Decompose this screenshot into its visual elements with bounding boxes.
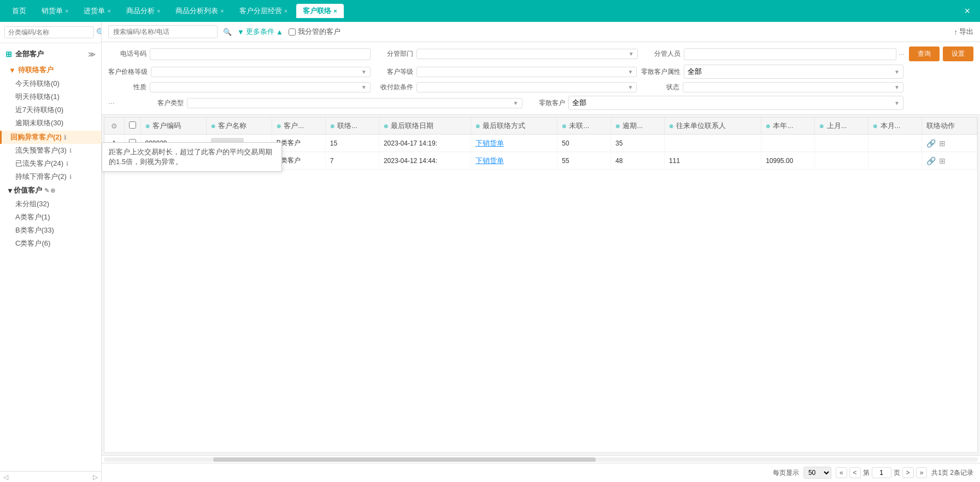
nav-tab-product-analysis[interactable]: 商品分析 × xyxy=(120,4,167,18)
export-button[interactable]: ↑ 导出 xyxy=(954,27,974,37)
add-icon[interactable]: ⊕ xyxy=(50,187,55,194)
retail-attr-select[interactable]: 全部 ▼ xyxy=(684,65,903,79)
row1-this-year xyxy=(761,135,815,152)
th-overdue[interactable]: ⊕ 逾期... xyxy=(611,118,665,135)
nature-select[interactable]: ▼ xyxy=(150,82,371,92)
payment-terms-select[interactable]: ▼ xyxy=(416,82,637,92)
th-last-contact-date[interactable]: ⊕ 最后联络日期 xyxy=(379,118,471,135)
th-customer-name[interactable]: ⊕ 客户名称 xyxy=(206,118,272,135)
my-customers-checkbox-label[interactable]: 我分管的客户 xyxy=(289,27,341,37)
nav-tab-customer-contact[interactable]: 客户联络 × xyxy=(296,4,343,18)
filter-row-3: 性质 ▼ 收付款条件 ▼ 状态 xyxy=(108,82,973,92)
nav-tab-purchase[interactable]: 进货单 × xyxy=(77,4,117,18)
all-customers-title[interactable]: ⊞ 全部客户 ≫ xyxy=(0,47,101,62)
pagination-prev-btn[interactable]: < xyxy=(849,467,861,478)
sidebar-item-overdue[interactable]: 逾期未联络(30) xyxy=(0,117,101,130)
customer-level-select[interactable]: ▼ xyxy=(416,67,637,77)
pagination-first-btn[interactable]: « xyxy=(836,467,847,478)
manager-dots-icon[interactable]: ··· xyxy=(899,50,905,58)
horizontal-scrollbar[interactable] xyxy=(102,455,980,463)
th-checkbox[interactable] xyxy=(124,118,140,135)
filter-search-button[interactable]: 🔍 xyxy=(223,28,232,36)
chevron-up-icon: ▲ xyxy=(276,28,283,36)
sidebar-item-7days[interactable]: 近7天待联络(0) xyxy=(0,103,101,117)
query-button[interactable]: 查询 xyxy=(909,47,940,61)
filter-field-nature: 性质 ▼ xyxy=(108,82,371,92)
sidebar-item-today[interactable]: 今天待联络(0) xyxy=(0,77,101,90)
sidebar-item-a-class[interactable]: A类客户(1) xyxy=(0,211,101,224)
settings-button[interactable]: 设置 xyxy=(943,47,973,61)
status-select[interactable]: ▼ xyxy=(683,82,903,92)
row2-link-icon[interactable]: 🔗 xyxy=(926,156,936,165)
nav-tab-sales[interactable]: 销货单 × xyxy=(35,4,75,18)
th-last-month[interactable]: ⊕ 上月... xyxy=(815,118,868,135)
sidebar-search-icon[interactable]: 🔍 xyxy=(96,28,102,37)
filter-field-retail-customer: 零散客户 全部 ▼ xyxy=(527,96,904,110)
sidebar-scroll-left[interactable]: ◁ xyxy=(3,473,8,481)
sidebar-scroll-right[interactable]: ▷ xyxy=(93,473,98,481)
phone-input[interactable] xyxy=(150,48,371,60)
close-customer-contact-tab[interactable]: × xyxy=(333,8,337,14)
edit-icon[interactable]: ✎ xyxy=(44,187,49,194)
row2-grid-icon[interactable]: ⊞ xyxy=(939,156,946,165)
th-contact-count[interactable]: ⊕ 联络... xyxy=(325,118,379,135)
per-page-select[interactable]: 50 100 200 xyxy=(803,467,831,479)
more-dots-button[interactable]: ··· xyxy=(108,98,115,107)
customer-type-select[interactable]: ▼ xyxy=(187,98,523,108)
row1-contact-method-link[interactable]: 下销货单 xyxy=(476,139,504,147)
sidebar-item-repurchase-abnormal[interactable]: 回购异常客户(2) ℹ xyxy=(0,131,101,144)
page-number-input[interactable] xyxy=(872,467,891,478)
select-all-checkbox[interactable] xyxy=(129,121,136,129)
pagination-last-btn[interactable]: » xyxy=(916,467,928,478)
sidebar-item-already-lost[interactable]: 已流失客户(24) ℹ xyxy=(0,157,101,170)
nav-tab-customer-segmentation[interactable]: 客户分层经营 × xyxy=(233,4,294,18)
row1-last-contact-method[interactable]: 下销货单 xyxy=(471,135,557,152)
th-contacts[interactable]: ⊕ 往来单位联系人 xyxy=(665,118,761,135)
sidebar-item-c-class[interactable]: C类客户(6) xyxy=(0,237,101,250)
row2-contact-method-link[interactable]: 下销货单 xyxy=(476,156,504,165)
row1-link-icon[interactable]: 🔗 xyxy=(926,139,936,148)
close-customer-segmentation-tab[interactable]: × xyxy=(284,8,287,14)
filter-more-conditions-button[interactable]: ▼ 更多条件 ▲ xyxy=(237,27,283,37)
sidebar-item-unclassified[interactable]: 未分组(32) xyxy=(0,198,101,211)
close-product-analysis-list-tab[interactable]: × xyxy=(220,8,224,14)
sidebar-collapse-icon[interactable]: ≫ xyxy=(88,50,96,59)
value-customer-group-title[interactable]: ▼ 价值客户 ✎ ⊕ xyxy=(0,183,101,198)
close-product-analysis-tab[interactable]: × xyxy=(157,8,160,14)
row1-uncontacted: 50 xyxy=(557,135,611,152)
filter-search-input[interactable] xyxy=(108,25,218,38)
th-customer-code[interactable]: ⊕ 客户编码 xyxy=(140,118,206,135)
th-customer-type[interactable]: ⊕ 客户... xyxy=(272,118,325,135)
filter-field-department: 分管部门 ▼ xyxy=(375,49,637,59)
sidebar-item-b-class[interactable]: B类客户(33) xyxy=(0,224,101,237)
nav-tab-product-analysis-list[interactable]: 商品分析列表 × xyxy=(169,4,230,18)
pagination-next-btn[interactable]: > xyxy=(902,467,914,478)
customer-type-dropdown-icon: ▼ xyxy=(513,100,519,106)
department-select[interactable]: ▼ xyxy=(416,49,637,59)
retail-customer-select[interactable]: 全部 ▼ xyxy=(568,96,904,110)
price-level-select[interactable]: ▼ xyxy=(151,67,371,77)
sidebar-search-input[interactable] xyxy=(4,26,94,38)
info-icon: ℹ xyxy=(64,134,66,141)
manager-input[interactable] xyxy=(684,48,896,60)
sidebar-item-declining[interactable]: 持续下滑客户(2) ℹ xyxy=(0,170,101,183)
row2-this-year: 10995.00 xyxy=(761,152,815,170)
row1-actions: 🔗 ⊞ xyxy=(922,135,977,152)
sidebar-item-tomorrow[interactable]: 明天待联络(1) xyxy=(0,90,101,103)
my-customers-checkbox[interactable] xyxy=(289,28,296,36)
th-uncontacted[interactable]: ⊕ 未联... xyxy=(557,118,611,135)
close-purchase-tab[interactable]: × xyxy=(107,8,110,14)
scrollbar-thumb[interactable] xyxy=(213,457,596,462)
nav-tab-home[interactable]: 首页 xyxy=(5,4,33,18)
row2-last-contact-method[interactable]: 下销货单 xyxy=(471,152,557,170)
th-this-month[interactable]: ⊕ 本月... xyxy=(868,118,922,135)
settings-icon[interactable]: ⚙ xyxy=(111,122,118,130)
th-last-contact-method[interactable]: ⊕ 最后联络方式 xyxy=(471,118,557,135)
sidebar-item-lost-warning[interactable]: 流失预警客户(3) ℹ xyxy=(0,144,101,157)
pending-contact-group-title[interactable]: ▼ 待联络客户 xyxy=(0,63,101,77)
close-sales-tab[interactable]: × xyxy=(65,8,68,14)
th-this-year[interactable]: ⊕ 本年... xyxy=(761,118,815,135)
window-close-button[interactable]: × xyxy=(960,5,975,17)
th-settings[interactable]: ⚙ xyxy=(104,118,124,135)
row1-grid-icon[interactable]: ⊞ xyxy=(939,139,946,148)
